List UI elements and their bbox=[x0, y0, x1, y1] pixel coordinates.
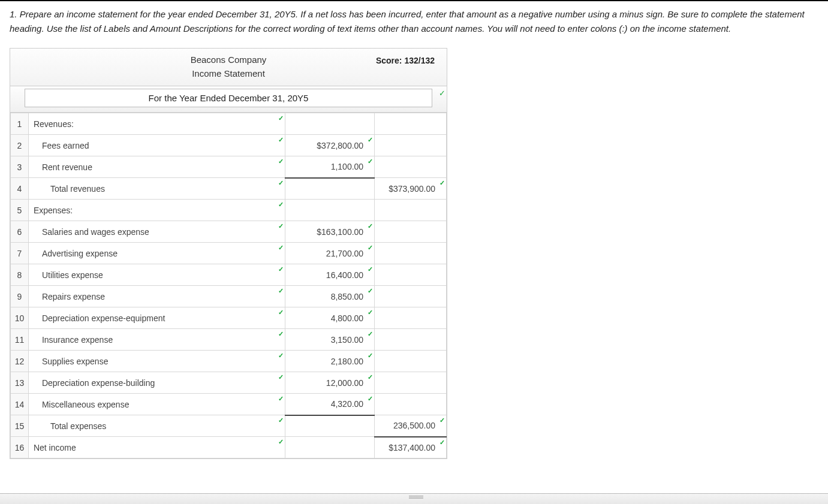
check-icon: ✓ bbox=[278, 417, 284, 424]
row-number: 15 bbox=[11, 415, 29, 437]
amount-cell-2[interactable] bbox=[375, 372, 447, 394]
amount-cell-1[interactable]: 2,180.00✓ bbox=[285, 351, 375, 372]
check-icon: ✓ bbox=[439, 417, 445, 424]
score-display: Score: 132/132 bbox=[376, 56, 435, 65]
amount-cell-2[interactable]: 236,500.00✓ bbox=[375, 415, 447, 437]
check-icon: ✓ bbox=[278, 352, 284, 360]
check-icon: ✓ bbox=[278, 222, 284, 230]
table-row: 3Rent revenue✓1,100.00✓ bbox=[11, 156, 447, 178]
label-cell[interactable]: Supplies expense✓ bbox=[28, 351, 285, 372]
amount-cell-2[interactable]: $137,400.00✓ bbox=[375, 437, 447, 458]
check-icon: ✓ bbox=[278, 287, 284, 295]
amount-cell-2[interactable] bbox=[375, 135, 447, 156]
table-row: 9Repairs expense✓8,850.00✓ bbox=[11, 286, 447, 307]
row-number: 11 bbox=[11, 329, 29, 351]
drag-handle-icon[interactable] bbox=[408, 496, 424, 500]
amount-cell-2[interactable] bbox=[375, 351, 447, 372]
amount-cell-2[interactable] bbox=[375, 156, 447, 178]
check-icon: ✓ bbox=[368, 287, 373, 295]
check-icon: ✓ bbox=[278, 330, 284, 338]
check-icon: ✓ bbox=[368, 395, 373, 403]
amount-cell-2[interactable] bbox=[375, 307, 447, 329]
table-row: 10Depreciation expense-equipment✓4,800.0… bbox=[11, 307, 447, 329]
table-row: 8Utilities expense✓16,400.00✓ bbox=[11, 264, 447, 286]
amount-cell-2[interactable] bbox=[375, 113, 447, 135]
table-row: 4Total revenues✓$373,900.00✓ bbox=[11, 178, 447, 200]
table-row: 14Miscellaneous expense✓4,320.00✓ bbox=[11, 394, 447, 415]
check-icon: ✓ bbox=[278, 201, 284, 209]
score-value: 132/132 bbox=[404, 56, 435, 65]
label-cell[interactable]: Utilities expense✓ bbox=[28, 264, 285, 286]
check-icon: ✓ bbox=[439, 179, 445, 187]
check-icon: ✓ bbox=[278, 395, 284, 403]
amount-cell-1[interactable]: 21,700.00✓ bbox=[285, 243, 375, 264]
table-row: 2Fees earned✓$372,800.00✓ bbox=[11, 135, 447, 156]
check-icon: ✓ bbox=[368, 158, 373, 165]
label-cell[interactable]: Repairs expense✓ bbox=[28, 286, 285, 307]
amount-cell-2[interactable] bbox=[375, 221, 447, 243]
check-icon: ✓ bbox=[368, 309, 373, 316]
statement-title: Income Statement bbox=[19, 68, 438, 79]
amount-cell-1[interactable]: 1,100.00✓ bbox=[285, 156, 375, 178]
income-statement-worksheet: Beacons Company Income Statement Score: … bbox=[10, 48, 447, 459]
row-number: 6 bbox=[11, 221, 29, 243]
amount-cell-1[interactable]: $372,800.00✓ bbox=[285, 135, 375, 156]
label-cell[interactable]: Total expenses✓ bbox=[28, 415, 285, 437]
table-row: 13Depreciation expense-building✓12,000.0… bbox=[11, 372, 447, 394]
amount-cell-2[interactable] bbox=[375, 243, 447, 264]
row-number: 8 bbox=[11, 264, 29, 286]
label-cell[interactable]: Depreciation expense-equipment✓ bbox=[28, 307, 285, 329]
amount-cell-1[interactable]: 4,320.00✓ bbox=[285, 394, 375, 415]
label-cell[interactable]: Depreciation expense-building✓ bbox=[28, 372, 285, 394]
amount-cell-1[interactable] bbox=[285, 437, 375, 458]
income-statement-table: 1Revenues:✓2Fees earned✓$372,800.00✓3Ren… bbox=[10, 113, 447, 458]
check-icon: ✓ bbox=[278, 114, 284, 122]
amount-cell-1[interactable]: 16,400.00✓ bbox=[285, 264, 375, 286]
label-cell[interactable]: Miscellaneous expense✓ bbox=[28, 394, 285, 415]
label-cell[interactable]: Fees earned✓ bbox=[28, 135, 285, 156]
check-icon: ✓ bbox=[278, 373, 284, 381]
amount-cell-1[interactable] bbox=[285, 178, 375, 200]
amount-cell-1[interactable] bbox=[285, 415, 375, 437]
amount-cell-1[interactable] bbox=[285, 200, 375, 221]
period-input[interactable] bbox=[25, 89, 432, 107]
check-icon: ✓ bbox=[439, 439, 445, 446]
amount-cell-1[interactable]: 12,000.00✓ bbox=[285, 372, 375, 394]
amount-cell-2[interactable] bbox=[375, 394, 447, 415]
label-cell[interactable]: Advertising expense✓ bbox=[28, 243, 285, 264]
label-cell[interactable]: Insurance expense✓ bbox=[28, 329, 285, 351]
table-row: 6Salaries and wages expense✓$163,100.00✓ bbox=[11, 221, 447, 243]
row-number: 10 bbox=[11, 307, 29, 329]
check-icon: ✓ bbox=[278, 438, 284, 446]
amount-cell-2[interactable] bbox=[375, 264, 447, 286]
table-row: 16Net income✓$137,400.00✓ bbox=[11, 437, 447, 458]
row-number: 16 bbox=[11, 437, 29, 458]
amount-cell-1[interactable]: 8,850.00✓ bbox=[285, 286, 375, 307]
row-number: 3 bbox=[11, 156, 29, 178]
amount-cell-2[interactable]: $373,900.00✓ bbox=[375, 178, 447, 200]
row-number: 14 bbox=[11, 394, 29, 415]
amount-cell-2[interactable] bbox=[375, 329, 447, 351]
check-icon: ✓ bbox=[278, 179, 284, 187]
check-icon: ✓ bbox=[439, 89, 445, 98]
label-cell[interactable]: Salaries and wages expense✓ bbox=[28, 221, 285, 243]
label-cell[interactable]: Net income✓ bbox=[28, 437, 285, 458]
amount-cell-1[interactable]: 3,150.00✓ bbox=[285, 329, 375, 351]
instructions-text: 1. Prepare an income statement for the y… bbox=[0, 0, 828, 48]
label-cell[interactable]: Expenses:✓ bbox=[28, 200, 285, 221]
table-row: 15Total expenses✓236,500.00✓ bbox=[11, 415, 447, 437]
period-row: ✓ bbox=[10, 86, 447, 113]
amount-cell-2[interactable] bbox=[375, 286, 447, 307]
check-icon: ✓ bbox=[278, 136, 284, 144]
amount-cell-2[interactable] bbox=[375, 200, 447, 221]
amount-cell-1[interactable]: 4,800.00✓ bbox=[285, 307, 375, 329]
row-number: 7 bbox=[11, 243, 29, 264]
label-cell[interactable]: Total revenues✓ bbox=[28, 178, 285, 200]
amount-cell-1[interactable]: $163,100.00✓ bbox=[285, 221, 375, 243]
amount-cell-1[interactable] bbox=[285, 113, 375, 135]
row-number: 1 bbox=[11, 113, 29, 135]
table-row: 7Advertising expense✓21,700.00✓ bbox=[11, 243, 447, 264]
label-cell[interactable]: Revenues:✓ bbox=[28, 113, 285, 135]
label-cell[interactable]: Rent revenue✓ bbox=[28, 156, 285, 178]
check-icon: ✓ bbox=[368, 222, 373, 230]
